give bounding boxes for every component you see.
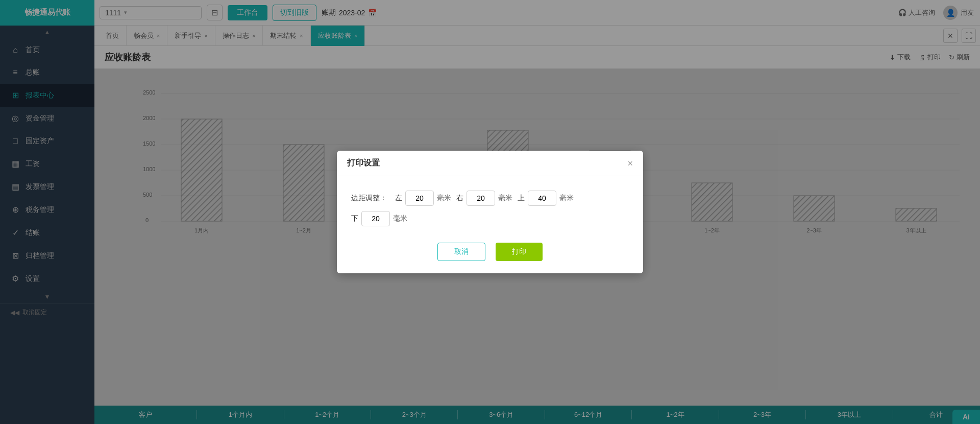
- margin-left-unit: 毫米: [437, 194, 451, 203]
- margin-bottom-group: 下 毫米: [351, 211, 407, 226]
- margin-left-input[interactable]: [405, 191, 434, 206]
- dialog-header: 打印设置 ×: [337, 151, 643, 176]
- margin-left-label: 左: [395, 194, 402, 203]
- dialog-title: 打印设置: [347, 158, 380, 169]
- margin-bottom-unit: 毫米: [393, 214, 407, 223]
- margin-right-input[interactable]: [467, 191, 495, 206]
- margin-left-group: 左 毫米: [395, 191, 451, 206]
- margin-top-unit: 毫米: [559, 194, 574, 203]
- dialog-close-button[interactable]: ×: [627, 159, 633, 168]
- margin-right-unit: 毫米: [498, 194, 512, 203]
- margin-bottom-label: 下: [351, 214, 358, 223]
- margin-top-label: 上: [518, 194, 525, 203]
- dialog-body: 边距调整： 左 毫米 右 毫米 上 毫米 下: [337, 176, 643, 239]
- dialog-footer: 取消 打印: [337, 239, 643, 273]
- print-confirm-button[interactable]: 打印: [496, 243, 543, 261]
- margin-row: 边距调整： 左 毫米 右 毫米 上 毫米 下: [351, 191, 629, 226]
- margin-top-group: 上 毫米: [518, 191, 574, 206]
- margin-label: 边距调整：: [351, 194, 387, 203]
- print-settings-dialog: 打印设置 × 边距调整： 左 毫米 右 毫米 上 毫米: [337, 151, 643, 273]
- dialog-overlay: 打印设置 × 边距调整： 左 毫米 右 毫米 上 毫米: [0, 0, 980, 424]
- margin-right-label: 右: [456, 194, 463, 203]
- margin-right-group: 右 毫米: [456, 191, 512, 206]
- margin-top-input[interactable]: [528, 191, 556, 206]
- margin-bottom-input[interactable]: [361, 211, 390, 226]
- cancel-button[interactable]: 取消: [437, 243, 485, 261]
